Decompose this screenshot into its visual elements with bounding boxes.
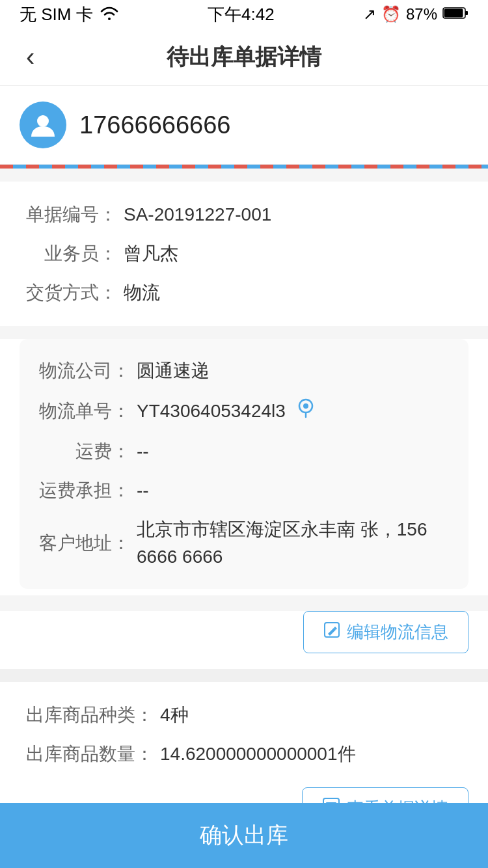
back-button[interactable]: ‹: [20, 36, 41, 78]
nav-bar: ‹ 待出库单据详情: [0, 29, 488, 86]
goods-quantity-row: 出库商品数量： 14.620000000000001件: [26, 740, 462, 768]
gray-divider: [0, 669, 488, 682]
battery-percent: 87%: [406, 5, 437, 23]
address-value: 北京市市辖区海淀区永丰南 张，156 6666 6666: [130, 516, 449, 571]
tracking-value: YT43064053424l3: [130, 396, 449, 426]
wifi-icon: [100, 5, 119, 25]
svg-rect-2: [444, 9, 463, 18]
sales-person-label: 业务员：: [26, 240, 117, 267]
delivery-method-label: 交货方式：: [26, 279, 117, 306]
tracking-label: 物流单号：: [39, 398, 130, 425]
basic-info-section: 单据编号： SA-20191227-001 业务员： 曾凡杰 交货方式： 物流: [0, 182, 488, 326]
svg-rect-1: [465, 11, 468, 15]
freight-row: 运费： --: [39, 438, 449, 465]
document-number-label: 单据编号：: [26, 201, 117, 228]
avatar: [20, 102, 66, 148]
status-right: ↗ ⏰ 87%: [363, 5, 468, 23]
location-icon-status: ↗: [363, 5, 376, 23]
customer-header: 17666666666: [0, 86, 488, 165]
delivery-method-row: 交货方式： 物流: [26, 279, 462, 306]
document-number-value: SA-20191227-001: [117, 201, 462, 228]
logistics-card: 物流公司： 圆通速递 物流单号： YT43064053424l3 运费： --: [20, 339, 468, 589]
tracking-location-icon[interactable]: [295, 396, 317, 426]
goods-section: 出库商品种类： 4种 出库商品数量： 14.620000000000001件: [0, 682, 488, 787]
confirm-bar: 确认出库: [0, 803, 488, 868]
edit-icon: [323, 621, 340, 643]
freight-bearer-label: 运费承担：: [39, 477, 130, 504]
freight-bearer-row: 运费承担： --: [39, 477, 449, 504]
goods-types-label: 出库商品种类：: [26, 701, 154, 729]
logistics-company-value: 圆通速递: [130, 357, 449, 385]
freight-label: 运费：: [39, 438, 130, 465]
document-number-row: 单据编号： SA-20191227-001: [26, 201, 462, 228]
logistics-company-row: 物流公司： 圆通速递: [39, 357, 449, 385]
battery-icon: [442, 5, 468, 23]
sim-status: 无 SIM 卡: [20, 3, 93, 26]
status-left: 无 SIM 卡: [20, 3, 119, 26]
address-row: 客户地址： 北京市市辖区海淀区永丰南 张，156 6666 6666: [39, 516, 449, 571]
svg-point-5: [303, 403, 308, 409]
freight-bearer-value: --: [130, 477, 449, 504]
goods-types-value: 4种: [154, 701, 462, 729]
edit-logistics-section: 编辑物流信息: [0, 611, 488, 669]
tracking-row: 物流单号： YT43064053424l3: [39, 396, 449, 426]
customer-phone: 17666666666: [79, 111, 230, 139]
address-label: 客户地址：: [39, 530, 130, 557]
sales-person-value: 曾凡杰: [117, 240, 462, 267]
sales-person-row: 业务员： 曾凡杰: [26, 240, 462, 267]
edit-logistics-label: 编辑物流信息: [347, 621, 448, 644]
goods-types-row: 出库商品种类： 4种: [26, 701, 462, 729]
confirm-button[interactable]: 确认出库: [0, 803, 488, 868]
edit-logistics-button[interactable]: 编辑物流信息: [303, 611, 468, 653]
status-time: 下午4:42: [208, 3, 275, 26]
freight-value: --: [130, 438, 449, 465]
goods-quantity-value: 14.620000000000001件: [154, 740, 462, 768]
delivery-method-value: 物流: [117, 279, 462, 306]
status-bar: 无 SIM 卡 下午4:42 ↗ ⏰ 87%: [0, 0, 488, 29]
dashed-divider: [0, 165, 488, 169]
nav-title: 待出库单据详情: [167, 42, 321, 72]
alarm-icon: ⏰: [381, 5, 401, 23]
svg-point-3: [37, 115, 49, 127]
logistics-company-label: 物流公司：: [39, 357, 130, 385]
logistics-section: 物流公司： 圆通速递 物流单号： YT43064053424l3 运费： --: [0, 339, 488, 595]
goods-quantity-label: 出库商品数量：: [26, 740, 154, 768]
